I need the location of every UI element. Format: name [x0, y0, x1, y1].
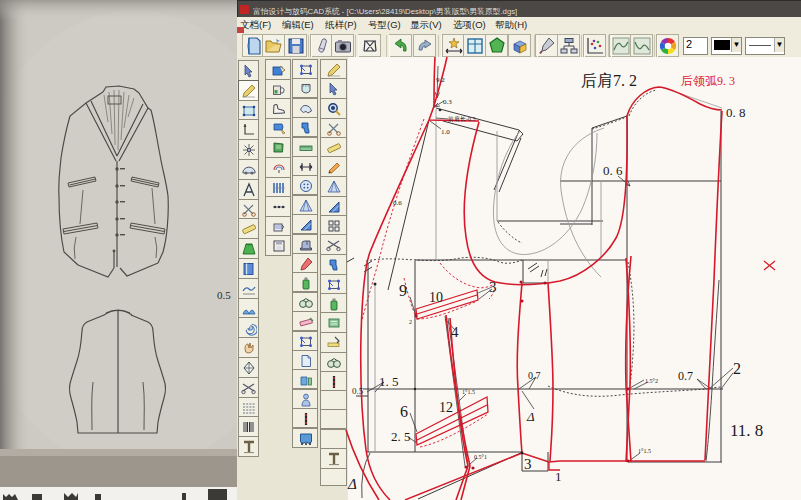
- svg-text:1: 1: [555, 469, 562, 484]
- svg-text:3: 3: [489, 279, 497, 295]
- svg-text:9: 9: [399, 282, 407, 299]
- svg-text:12: 12: [439, 400, 453, 415]
- svg-text:0.3: 0.3: [443, 98, 452, 106]
- svg-text:10: 10: [429, 290, 443, 305]
- svg-text:1.5°2: 1.5°2: [645, 378, 658, 384]
- svg-text:0.7: 0.7: [528, 370, 541, 381]
- svg-text:0.6: 0.6: [393, 199, 402, 207]
- svg-text:1. 5: 1. 5: [379, 374, 399, 389]
- svg-text:前肩长-0.5: 前肩长-0.5: [447, 115, 476, 122]
- svg-text:6: 6: [400, 403, 408, 420]
- svg-text:0.7: 0.7: [678, 369, 693, 383]
- svg-text:2: 2: [733, 360, 741, 377]
- svg-text:后肩7. 2: 后肩7. 2: [581, 72, 637, 89]
- svg-text:0.5°1: 0.5°1: [474, 454, 487, 460]
- svg-text:11. 8: 11. 8: [730, 421, 763, 440]
- svg-text:2: 2: [409, 319, 412, 325]
- svg-text:1.0: 1.0: [441, 128, 450, 136]
- svg-text:1°1.5: 1°1.5: [462, 389, 475, 395]
- svg-text:3: 3: [524, 456, 532, 472]
- svg-text:4: 4: [451, 324, 459, 340]
- svg-text:2. 5: 2. 5: [391, 429, 411, 444]
- svg-text:0. 8: 0. 8: [726, 105, 746, 120]
- svg-text:0.5: 0.5: [352, 386, 364, 396]
- svg-text:Δ: Δ: [526, 409, 535, 424]
- svg-text:0. 6: 0. 6: [603, 163, 623, 178]
- svg-text:后领弧9. 3: 后领弧9. 3: [681, 74, 735, 88]
- svg-text:9.2: 9.2: [436, 76, 445, 84]
- svg-text:1°1.5: 1°1.5: [638, 448, 651, 454]
- svg-text:Δ: Δ: [347, 476, 357, 492]
